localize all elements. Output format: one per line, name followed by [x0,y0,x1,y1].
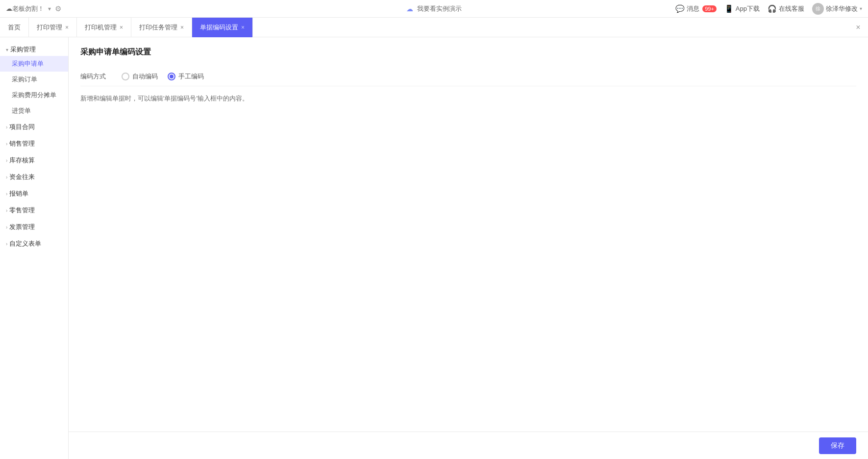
sidebar-group-purchase-label: 采购管理 [10,45,36,54]
sidebar-item-purchase-request[interactable]: 采购申请单 [0,56,68,72]
chevron-right-project-icon: › [6,125,7,130]
top-bar-left: ☁老板勿割！ ▾ ⚙ [6,4,61,13]
online-service-button[interactable]: 🎧 在线客服 [768,4,804,13]
message-button[interactable]: 💬 消息 99+ [675,4,717,13]
tab-printer-management[interactable]: 打印机管理 × [77,18,131,37]
gear-icon[interactable]: ⚙ [55,4,61,13]
encoding-label: 编码方式 [80,72,106,81]
sidebar-item-incoming[interactable]: 进货单 [0,103,68,119]
online-service-label: 在线客服 [779,4,804,13]
sidebar-item-purchase-expense[interactable]: 采购费用分摊单 [0,87,68,103]
sidebar-group-invoice[interactable]: › 发票管理 [0,219,68,235]
radio-manual-dot [170,75,174,78]
radio-manual-circle [168,73,175,80]
chevron-right-retail-icon: › [6,208,7,213]
message-icon: 💬 [675,4,685,13]
top-bar: ☁老板勿割！ ▾ ⚙ 我要看实例演示 💬 消息 99+ 📱 App下载 🎧 在线… [0,0,868,18]
radio-manual[interactable]: 手工编码 [168,72,204,81]
tab-print-management[interactable]: 打印管理 × [29,18,77,37]
chevron-down-icon[interactable]: ▾ [48,5,51,12]
radio-auto-circle [122,73,129,80]
tab-bar-close-button[interactable]: × [848,18,868,37]
chevron-right-inventory-icon: › [6,158,7,163]
sidebar-group-custom-form-label: 自定义表单 [9,239,41,248]
chevron-right-invoice-icon: › [6,225,7,230]
tab-print-task-close[interactable]: × [180,24,184,31]
top-bar-right: 💬 消息 99+ 📱 App下载 🎧 在线客服 徐 徐泽华修改 ▾ [675,3,862,15]
sidebar-item-purchase-order-label: 采购订单 [12,76,37,83]
app-download-button[interactable]: 📱 App下载 [724,4,760,13]
sidebar-group-project[interactable]: › 项目合同 [0,119,68,135]
tab-printer-management-label: 打印机管理 [85,23,117,32]
message-label: 消息 [687,4,699,13]
tab-print-task-label: 打印任务管理 [139,23,177,32]
tab-print-task[interactable]: 打印任务管理 × [131,18,192,37]
sidebar-group-finance[interactable]: › 资金往来 [0,169,68,185]
top-bar-center: 我要看实例演示 [406,4,462,13]
sidebar-group-purchase[interactable]: ▾ 采购管理 [0,41,68,56]
sidebar-group-project-label: 项目合同 [9,123,35,131]
page-title: 采购申请单编码设置 [80,47,856,57]
user-chevron-icon: ▾ [860,6,862,11]
radio-auto[interactable]: 自动编码 [122,72,158,81]
chevron-down-purchase-icon: ▾ [6,47,8,52]
hint-text: 新增和编辑单据时，可以编辑'单据编码号'输入框中的内容。 [80,94,856,103]
radio-auto-label: 自动编码 [132,72,158,81]
chevron-right-expense-icon: › [6,191,7,197]
chevron-right-finance-icon: › [6,175,7,180]
main-layout: ▾ 采购管理 采购申请单 采购订单 采购费用分摊单 进货单 › 项目合同 › 销… [0,37,868,459]
sidebar-group-inventory[interactable]: › 库存核算 [0,152,68,169]
sidebar-group-expense[interactable]: › 报销单 [0,185,68,202]
chevron-right-sales-icon: › [6,141,7,147]
content-body: 采购申请单编码设置 编码方式 自动编码 手工编码 [69,37,868,432]
chevron-right-custom-form-icon: › [6,241,7,247]
tab-bar: 首页 打印管理 × 打印机管理 × 打印任务管理 × 单据编码设置 × × [0,18,868,37]
center-text[interactable]: 我要看实例演示 [417,4,462,13]
encoding-row: 编码方式 自动编码 手工编码 [80,67,856,86]
sidebar-group-sales[interactable]: › 销售管理 [0,135,68,152]
sidebar-item-purchase-request-label: 采购申请单 [12,60,44,67]
tab-encoding-settings[interactable]: 单据编码设置 × [192,18,253,37]
radio-manual-label: 手工编码 [178,72,204,81]
radio-group: 自动编码 手工编码 [122,72,204,81]
sidebar-item-purchase-expense-label: 采购费用分摊单 [12,91,56,99]
sidebar-item-purchase-order[interactable]: 采购订单 [0,72,68,87]
tab-home[interactable]: 首页 [0,18,29,37]
user-name: 徐泽华修改 [826,4,858,13]
tab-print-management-close[interactable]: × [65,24,69,31]
sidebar-group-custom-form[interactable]: › 自定义表单 [0,235,68,252]
headset-icon: 🎧 [768,4,777,13]
sidebar-group-retail[interactable]: › 零售管理 [0,202,68,219]
save-button[interactable]: 保存 [819,437,856,454]
sidebar-group-inventory-label: 库存核算 [9,156,35,165]
app-icon: 📱 [724,4,734,13]
sidebar-group-expense-label: 报销单 [9,189,28,198]
brand-text: ☁老板勿割！ [6,4,44,13]
sidebar: ▾ 采购管理 采购申请单 采购订单 采购费用分摊单 进货单 › 项目合同 › 销… [0,37,69,459]
sidebar-group-invoice-label: 发票管理 [9,223,35,231]
app-download-label: App下载 [736,4,760,13]
sidebar-item-incoming-label: 进货单 [12,107,31,114]
sidebar-group-finance-label: 资金往来 [9,173,35,181]
content-footer: 保存 [69,432,868,459]
tab-encoding-settings-close[interactable]: × [241,24,245,31]
sidebar-group-retail-label: 零售管理 [9,206,35,215]
sidebar-group-sales-label: 销售管理 [9,139,35,148]
tab-print-management-label: 打印管理 [37,23,62,32]
tab-encoding-settings-label: 单据编码设置 [200,23,238,32]
tab-home-label: 首页 [8,23,21,32]
tab-printer-management-close[interactable]: × [120,24,123,31]
avatar: 徐 [812,3,824,15]
message-badge: 99+ [702,5,717,12]
content-area: 采购申请单编码设置 编码方式 自动编码 手工编码 [69,37,868,459]
user-menu[interactable]: 徐 徐泽华修改 ▾ [812,3,862,15]
cloud-icon [406,5,414,13]
